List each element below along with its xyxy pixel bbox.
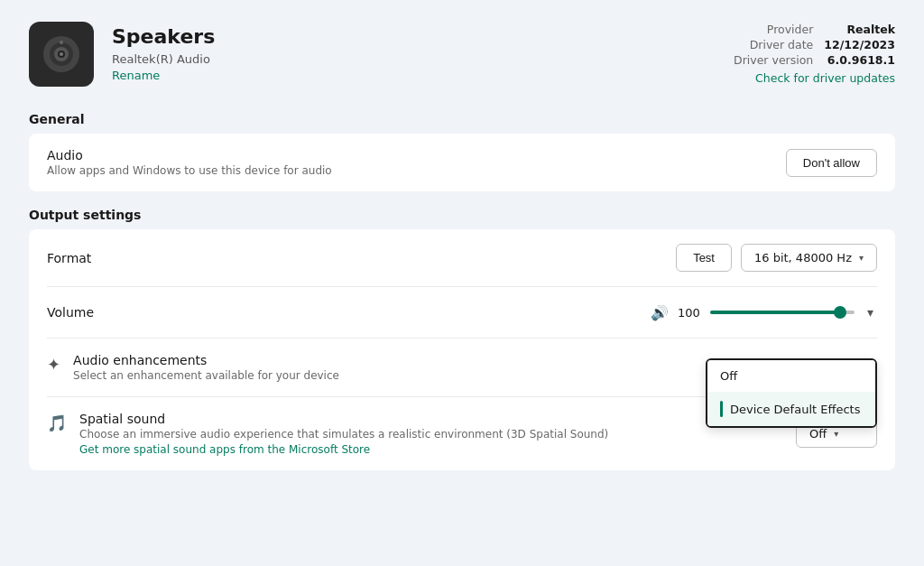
dropdown-option-off[interactable]: Off <box>707 360 875 392</box>
driver-info: Provider Realtek Driver date 12/12/2023 … <box>734 22 895 85</box>
speakers-icon <box>29 22 94 87</box>
enhancements-text: Audio enhancements Select an enhancement… <box>73 353 339 382</box>
version-label: Driver version <box>734 52 824 68</box>
volume-number: 100 <box>678 306 701 320</box>
svg-point-5 <box>60 41 63 44</box>
spatial-store-link[interactable]: Get more spatial sound apps from the Mic… <box>79 443 608 456</box>
date-value: 12/12/2023 <box>824 37 895 52</box>
driver-update-link[interactable]: Check for driver updates <box>734 71 895 85</box>
audio-row-subtitle: Allow apps and Windows to use this devic… <box>47 164 332 177</box>
provider-value: Realtek <box>824 22 895 37</box>
audio-enhancements-row: ✦ Audio enhancements Select an enhanceme… <box>47 338 877 396</box>
audio-row: Audio Allow apps and Windows to use this… <box>47 134 877 191</box>
page-container: Speakers Realtek(R) Audio Rename Provide… <box>0 0 924 566</box>
volume-track <box>710 311 855 314</box>
dont-allow-button[interactable]: Don't allow <box>786 149 877 177</box>
volume-expand-button[interactable]: ▾ <box>864 302 877 323</box>
general-section-label: General <box>29 112 895 126</box>
spatial-icon: 🎵 <box>47 413 67 432</box>
volume-icon: 🔊 <box>651 304 669 321</box>
volume-row-title: Volume <box>47 305 94 320</box>
version-value: 6.0.9618.1 <box>824 52 895 68</box>
device-subtitle: Realtek(R) Audio <box>112 52 215 66</box>
highlight-bar <box>720 401 723 417</box>
spatial-title: Spatial sound <box>79 412 608 426</box>
format-controls: Test 16 bit, 48000 Hz ▾ <box>676 244 877 272</box>
spatial-select-value: Off <box>809 427 827 441</box>
output-section: Output settings Format Test 16 bit, 4800… <box>29 208 895 470</box>
spatial-sound-left: 🎵 Spatial sound Choose an immersive audi… <box>47 412 608 456</box>
audio-enhancements-left: ✦ Audio enhancements Select an enhanceme… <box>47 353 339 382</box>
format-select-value: 16 bit, 48000 Hz <box>754 251 852 264</box>
audio-row-left: Audio Allow apps and Windows to use this… <box>47 148 332 177</box>
output-card: Format Test 16 bit, 48000 Hz ▾ Volume 🔊 … <box>29 229 895 470</box>
spatial-text: Spatial sound Choose an immersive audio … <box>79 412 608 456</box>
enhancements-subtitle: Select an enhancement available for your… <box>73 369 339 382</box>
svg-point-4 <box>60 52 63 56</box>
test-button[interactable]: Test <box>676 244 732 272</box>
spatial-chevron-icon: ▾ <box>834 429 838 439</box>
format-row: Format Test 16 bit, 48000 Hz ▾ <box>47 229 877 286</box>
enhancements-title: Audio enhancements <box>73 353 339 367</box>
device-header-left: Speakers Realtek(R) Audio Rename <box>29 22 215 87</box>
device-name: Speakers <box>112 25 215 49</box>
chevron-down-icon: ▾ <box>859 253 864 263</box>
general-card: Audio Allow apps and Windows to use this… <box>29 134 895 191</box>
device-default-label: Device Default Effects <box>730 403 860 416</box>
output-section-label: Output settings <box>29 208 895 222</box>
provider-label: Provider <box>734 22 824 37</box>
dropdown-option-device-default[interactable]: Device Default Effects <box>707 392 875 426</box>
enhancements-icon: ✦ <box>47 355 60 374</box>
device-info: Speakers Realtek(R) Audio Rename <box>112 25 215 82</box>
volume-thumb[interactable] <box>834 306 846 319</box>
format-select[interactable]: 16 bit, 48000 Hz ▾ <box>741 244 877 272</box>
audio-row-title: Audio <box>47 148 332 162</box>
volume-slider[interactable] <box>710 303 855 321</box>
device-header: Speakers Realtek(R) Audio Rename Provide… <box>29 22 895 87</box>
enhancements-dropdown[interactable]: Off Device Default Effects <box>706 358 877 428</box>
spatial-subtitle: Choose an immersive audio experience tha… <box>79 428 608 441</box>
volume-controls: 🔊 100 ▾ <box>651 302 877 323</box>
format-row-title: Format <box>47 251 91 265</box>
volume-row: Volume 🔊 100 ▾ <box>47 286 877 338</box>
rename-link[interactable]: Rename <box>112 69 160 82</box>
general-section: General Audio Allow apps and Windows to … <box>29 112 895 191</box>
date-label: Driver date <box>734 37 824 52</box>
